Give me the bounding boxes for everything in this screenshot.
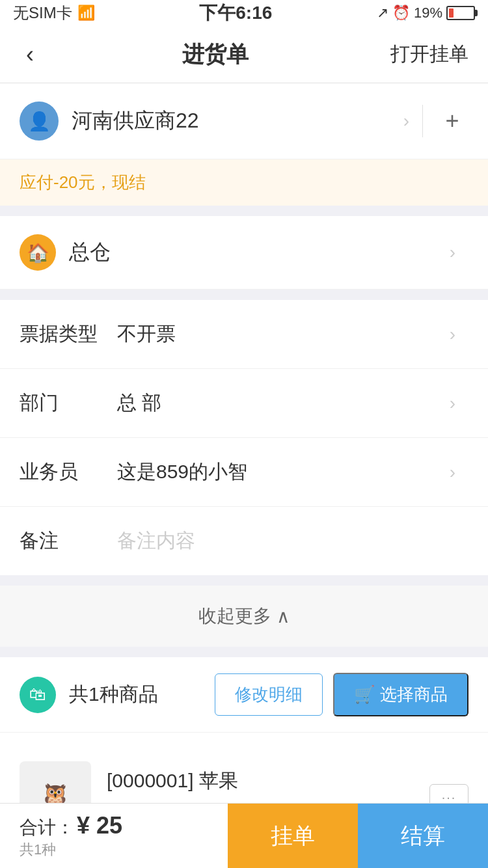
edit-details-button[interactable]: 修改明细	[215, 673, 323, 716]
products-icon: 🛍	[20, 677, 56, 713]
form-placeholder-remark: 备注内容	[117, 528, 468, 554]
product-name: [0000001] 苹果	[107, 768, 429, 794]
form-key-salesperson: 业务员	[20, 459, 98, 485]
battery-percentage: 19%	[414, 5, 442, 21]
warehouse-row[interactable]: 🏠 总仓 ›	[0, 216, 488, 290]
back-button[interactable]: ‹	[20, 34, 40, 75]
chevron-right-icon: ›	[450, 242, 455, 263]
divider	[422, 105, 423, 137]
form-value-dept: 总 部	[117, 390, 450, 416]
total-count: 共1种	[20, 840, 208, 860]
warehouse-icon: 🏠	[20, 234, 56, 271]
select-products-button[interactable]: 🛒 选择商品	[333, 673, 468, 716]
carrier-text: 无SIM卡	[13, 3, 72, 23]
status-bar: 无SIM卡 📶 下午6:16 ↗ ⏰ 19%	[0, 0, 488, 26]
chevron-right-icon: ›	[450, 393, 455, 414]
product-code: [0000001]	[107, 770, 199, 791]
form-value-salesperson: 这是859的小智	[117, 459, 450, 485]
add-button[interactable]: +	[436, 105, 468, 137]
battery-icon	[446, 6, 475, 20]
chevron-right-icon: ›	[450, 324, 455, 345]
form-section: 票据类型 不开票 › 部门 总 部 › 业务员 这是859的小智 › 备注 备注…	[0, 300, 488, 575]
products-header: 🛍 共1种商品 修改明细 🛒 选择商品	[0, 657, 488, 733]
supplier-info-banner: 应付-20元，现结	[0, 159, 488, 206]
select-products-label: 选择商品	[380, 683, 448, 706]
supplier-section: 👤 河南供应商22 › + 应付-20元，现结	[0, 83, 488, 206]
product-count-text: 共1种商品	[69, 681, 215, 708]
warehouse-name: 总仓	[69, 238, 450, 267]
open-hang-button[interactable]: 打开挂单	[390, 41, 468, 68]
chevron-right-icon: ›	[403, 111, 409, 131]
page-title: 进货单	[182, 40, 249, 70]
collapse-icon: ∧	[277, 606, 290, 627]
total-amount: ¥ 25	[77, 812, 122, 839]
form-key-invoice: 票据类型	[20, 321, 98, 347]
form-value-invoice: 不开票	[117, 321, 450, 347]
chevron-right-icon: ›	[450, 462, 455, 483]
cart-icon: 🛒	[354, 685, 375, 705]
shopping-bag-icon: 🛍	[29, 685, 46, 705]
supplier-avatar: 👤	[20, 102, 59, 141]
wifi-icon: 📶	[77, 5, 95, 21]
collapse-label: 收起更多	[198, 604, 271, 629]
hang-button[interactable]: 挂单	[228, 804, 358, 868]
form-row-dept[interactable]: 部门 总 部 ›	[0, 369, 488, 438]
status-time: 下午6:16	[199, 1, 272, 25]
collapse-button[interactable]: 收起更多 ∧	[0, 586, 488, 647]
location-icon: ↗	[377, 5, 388, 21]
checkout-button[interactable]: 结算	[358, 804, 488, 868]
avatar-icon: 👤	[28, 111, 51, 132]
supplier-name: 河南供应商22	[72, 107, 403, 135]
bottom-total: 合计： ¥ 25 共1种	[0, 804, 228, 868]
battery-fill	[449, 8, 454, 18]
form-row-invoice[interactable]: 票据类型 不开票 ›	[0, 300, 488, 369]
form-row-salesperson[interactable]: 业务员 这是859的小智 ›	[0, 438, 488, 507]
form-key-dept: 部门	[20, 390, 98, 416]
total-label: 合计：	[20, 815, 74, 840]
nav-bar: ‹ 进货单 打开挂单	[0, 26, 488, 83]
form-row-remark[interactable]: 备注 备注内容	[0, 507, 488, 575]
status-carrier: 无SIM卡 📶	[13, 3, 95, 23]
warehouse-section: 🏠 总仓 ›	[0, 216, 488, 290]
status-right: ↗ ⏰ 19%	[377, 5, 475, 21]
bottom-bar: 合计： ¥ 25 共1种 挂单 结算	[0, 803, 488, 868]
supplier-row[interactable]: 👤 河南供应商22 › +	[0, 83, 488, 159]
form-key-remark: 备注	[20, 528, 98, 554]
alarm-icon: ⏰	[392, 5, 410, 21]
